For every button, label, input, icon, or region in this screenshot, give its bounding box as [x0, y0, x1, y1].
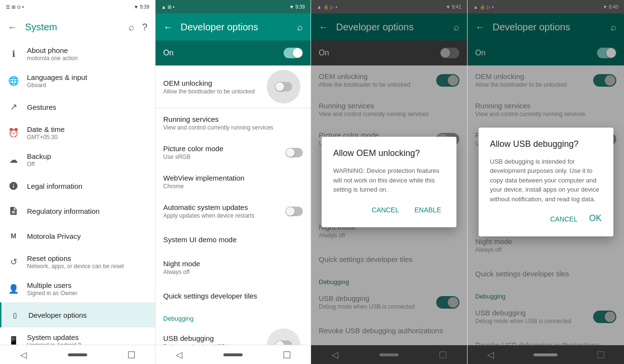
sidebar-text-motorola: Motorola Privacy	[27, 232, 147, 240]
running-text: Running services View and control curren…	[163, 115, 303, 131]
sidebar-text-system-updates: System updates Updated to Android 9	[27, 333, 147, 345]
wifi-icon: ▼	[134, 4, 139, 10]
status-bar-panel1: ☰ ⊞ ⊙ • ▼ 9:39	[0, 0, 155, 13]
usb-ok-button[interactable]: OK	[589, 213, 601, 225]
notif-icon-p2: ▲	[161, 4, 166, 10]
running-services-p2[interactable]: Running services View and control curren…	[156, 108, 311, 138]
notif-icon2-p2: ⊞	[168, 4, 171, 10]
motorola-icon: M	[8, 230, 19, 242]
sidebar-label-system-updates: System updates	[27, 333, 147, 341]
sidebar-label-languages: Languages & input	[27, 73, 147, 81]
sidebar-label-legal: Legal information	[27, 182, 147, 190]
sidebar-text-reset: Reset options Network, apps, or device c…	[27, 254, 147, 270]
sidebar-text-datetime: Date & time GMT+05:30	[27, 125, 147, 141]
sidebar-sublabel-users: Signed in as Owner	[27, 290, 147, 297]
home-nav-btn[interactable]	[68, 353, 87, 356]
sidebar-label-backup: Backup	[27, 152, 147, 160]
dev-toolbar-p2: ← Developer options ⌕	[156, 13, 311, 40]
back-icon[interactable]: ←	[8, 22, 17, 33]
webview-p2[interactable]: WebView implementation Chrome	[156, 167, 311, 196]
sidebar-item-regulatory[interactable]: Regulatory information	[0, 198, 155, 223]
sidebar-item-system-updates[interactable]: 📱 System updates Updated to Android 9	[0, 327, 155, 345]
oem-toggle-p2[interactable]	[275, 82, 292, 91]
back-icon-p2[interactable]: ←	[163, 22, 173, 33]
sidebar-label-developer: Developer options	[28, 311, 147, 319]
search-icon[interactable]: ⌕	[129, 22, 134, 33]
picture-toggle-p2[interactable]	[286, 148, 303, 157]
recents-nav-btn[interactable]	[128, 351, 135, 358]
oem-text-p2: OEM unlocking Allow the bootloader to be…	[163, 79, 259, 95]
usb-debug-p2[interactable]: USB debugging Debug mode when USB is con…	[156, 324, 311, 345]
sidebar-text-developer: Developer options	[28, 311, 147, 319]
on-toggle-p2[interactable]	[284, 48, 303, 58]
oem-enable-button[interactable]: Enable	[411, 204, 445, 216]
sidebar-text-users: Multiple users Signed in as Owner	[27, 281, 147, 297]
phone-icon: 📱	[8, 335, 19, 345]
search-icon-p2[interactable]: ⌕	[297, 22, 303, 33]
developer-icon: {}	[9, 309, 21, 321]
sidebar-item-gestures[interactable]: ↗ Gestures	[0, 94, 155, 119]
recents-nav-p2[interactable]	[284, 351, 290, 358]
home-nav-p2[interactable]	[223, 353, 243, 356]
nav-bar-p2: ◁	[156, 345, 311, 364]
globe-icon: 🌐	[8, 75, 19, 87]
sidebar-label-about: About phone	[27, 46, 147, 54]
dot-icon: •	[22, 4, 24, 10]
sidebar-item-languages[interactable]: 🌐 Languages & input Gboard	[0, 67, 155, 94]
usb-cancel-button[interactable]: Cancel	[546, 213, 582, 225]
usb-toggle-p2[interactable]	[275, 340, 292, 345]
sidebar-text-languages: Languages & input Gboard	[27, 73, 147, 89]
user-icon: 👤	[8, 283, 19, 295]
oem-dialog-body: WARNING: Device protection features will…	[333, 166, 445, 195]
dev-content-p2: OEM unlocking Allow the bootloader to be…	[156, 65, 311, 345]
oem-toggle-container	[264, 72, 303, 101]
nav-bar-panel1: ◁	[0, 345, 155, 364]
status-right-p2: ▼ 9:39	[289, 4, 305, 10]
sidebar-item-reset[interactable]: ↺ Reset options Network, apps, or device…	[0, 248, 155, 275]
usb-text: USB debugging Debug mode when USB is con…	[163, 334, 259, 345]
on-label-p2: On	[163, 49, 284, 57]
settings-list: ℹ About phone motorola one action 🌐 Lang…	[0, 40, 155, 345]
sidebar-text-backup: Backup Off	[27, 152, 147, 168]
qs-text: Quick settings developer tiles	[163, 292, 303, 300]
sidebar-item-backup[interactable]: ☁ Backup Off	[0, 146, 155, 173]
sidebar-item-developer[interactable]: {} Developer options	[0, 302, 155, 327]
usb-dialog-overlay: Allow USB debugging? USB debugging is in…	[468, 0, 624, 364]
auto-updates-p2[interactable]: Automatic system updates Apply updates w…	[156, 196, 311, 226]
clock-icon: ⏰	[8, 127, 19, 139]
night-mode-p2[interactable]: Night mode Always off	[156, 253, 311, 282]
oem-unlocking-item-p2[interactable]: OEM unlocking Allow the bootloader to be…	[156, 65, 311, 108]
usb-dialog-body: USB debugging is intended for developmen…	[490, 157, 602, 204]
sidebar-item-about-phone[interactable]: ℹ About phone motorola one action	[0, 40, 155, 67]
sidebar-label-gestures: Gestures	[27, 103, 147, 111]
qs-tiles-p2[interactable]: Quick settings developer tiles	[156, 282, 311, 309]
demo-mode-p2[interactable]: System UI demo mode	[156, 226, 311, 253]
back-nav-p2[interactable]: ◁	[176, 350, 182, 360]
regulatory-icon	[8, 205, 19, 217]
help-icon[interactable]: ?	[142, 22, 147, 33]
auto-toggle-p2[interactable]	[286, 207, 303, 216]
night-text: Night mode Always off	[163, 260, 303, 275]
sidebar-text-gestures: Gestures	[27, 103, 147, 111]
back-nav-btn[interactable]: ◁	[20, 350, 27, 360]
sidebar-item-legal[interactable]: Legal information	[0, 173, 155, 198]
sidebar-item-users[interactable]: 👤 Multiple users Signed in as Owner	[0, 275, 155, 302]
sidebar-label-motorola: Motorola Privacy	[27, 232, 147, 240]
status-left-icons-p2: ▲ ⊞ •	[161, 4, 174, 10]
webview-text: WebView implementation Chrome	[163, 174, 303, 190]
sidebar-label-datetime: Date & time	[27, 125, 147, 133]
oem-cancel-button[interactable]: Cancel	[368, 204, 403, 216]
picture-color-p2[interactable]: Picture color mode Use sRGB	[156, 138, 311, 167]
sidebar-item-datetime[interactable]: ⏰ Date & time GMT+05:30	[0, 119, 155, 146]
time-p2: 9:39	[296, 4, 305, 10]
sidebar-text-regulatory: Regulatory information	[27, 207, 147, 215]
usb-toggle-container	[264, 331, 303, 345]
demo-text: System UI demo mode	[163, 235, 303, 244]
sidebar-sublabel-about: motorola one action	[27, 55, 147, 62]
oem-dialog-overlay: Allow OEM unlocking? WARNING: Device pro…	[311, 0, 467, 364]
legal-icon	[8, 180, 19, 192]
sidebar-item-motorola-privacy[interactable]: M Motorola Privacy	[0, 223, 155, 248]
status-bar-panel2: ▲ ⊞ • ▼ 9:39	[156, 0, 311, 13]
sidebar-label-users: Multiple users	[27, 281, 147, 289]
sidebar-sublabel-reset: Network, apps, or device can be reset	[27, 263, 147, 270]
